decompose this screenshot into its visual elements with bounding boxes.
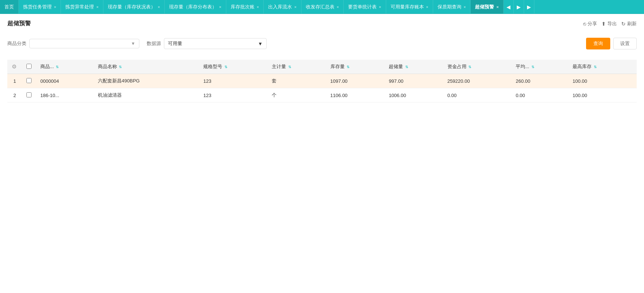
product-code-1: 0000004 <box>36 74 94 88</box>
overstock-1: 997.00 <box>384 74 443 88</box>
table-row: 2 186-10... 机油滤清器 123 个 1106.00 1006.00 … <box>7 88 637 103</box>
close-icon[interactable]: × <box>464 5 466 9</box>
sort-icon: ⇅ <box>288 65 291 69</box>
overstock-2: 1006.00 <box>384 88 443 103</box>
th-unit[interactable]: 主计量 ⇅ <box>267 60 326 74</box>
filter-area: 商品分类 ▼ 数据源 可用量 ▼ 查询 设置 <box>7 33 637 54</box>
sort-icon: ⇅ <box>56 65 59 69</box>
nav-prev-arrow[interactable]: ◀ <box>504 0 514 14</box>
nav-receipt-summary[interactable]: 收发存汇总表 × <box>301 0 344 14</box>
category-select[interactable]: ▼ <box>29 39 139 48</box>
datasource-value: 可用量 <box>168 40 182 47</box>
stock-1: 1097.00 <box>326 74 385 88</box>
close-icon[interactable]: × <box>96 5 98 9</box>
export-icon: ⬆ <box>601 21 606 27</box>
th-spec[interactable]: 规格型号 ⇅ <box>199 60 267 74</box>
data-table: ⚙ 商品... ⇅ 商品名称 ⇅ 规格型号 ⇅ 主计量 <box>7 60 637 103</box>
row-checkbox-1 <box>22 74 36 88</box>
close-icon[interactable]: × <box>294 5 296 9</box>
th-max-stock[interactable]: 最高库存 ⇅ <box>568 60 637 74</box>
sort-icon: ⇅ <box>224 65 227 69</box>
category-filter: 商品分类 ▼ <box>7 39 139 48</box>
close-icon[interactable]: × <box>379 5 381 9</box>
product-name-1: 六配套新昌490BPG <box>94 74 199 88</box>
page-content: 超储预警 ⎋ 分享 ⬆ 导出 ↻ 刷新 商品分类 ▼ 数据源 <box>0 14 644 293</box>
page-title: 超储预警 <box>7 20 31 27</box>
refresh-button[interactable]: ↻ 刷新 <box>621 21 637 27</box>
spec-2: 123 <box>199 88 267 103</box>
th-capital[interactable]: 资金占用 ⇅ <box>443 60 512 74</box>
nav-shelf-life[interactable]: 保质期查询 × <box>433 0 471 14</box>
category-label: 商品分类 <box>7 40 26 47</box>
close-icon[interactable]: × <box>219 5 221 9</box>
share-icon: ⎋ <box>583 21 586 27</box>
row-num-2: 2 <box>7 88 22 103</box>
nav-available-stock[interactable]: 可用量库存账本 × <box>386 0 433 14</box>
select-all-checkbox[interactable] <box>26 64 32 69</box>
close-icon[interactable]: × <box>337 5 339 9</box>
export-button[interactable]: ⬆ 导出 <box>601 21 617 27</box>
nav-in-out-flow[interactable]: 出入库流水 × <box>264 0 301 14</box>
table-body: 1 0000004 六配套新昌490BPG 123 套 1097.00 997.… <box>7 74 637 103</box>
avg-2: 0.00 <box>511 88 568 103</box>
row-select-checkbox[interactable] <box>26 78 32 83</box>
gear-icon[interactable]: ⚙ <box>12 63 17 70</box>
close-icon[interactable]: × <box>54 5 56 9</box>
th-product-name[interactable]: 商品名称 ⇅ <box>94 60 199 74</box>
sort-icon: ⇅ <box>119 65 122 69</box>
refresh-icon: ↻ <box>621 21 626 27</box>
row-select-checkbox[interactable] <box>26 92 32 97</box>
nav-pick-task[interactable]: 拣货任务管理 × <box>19 0 61 14</box>
share-button[interactable]: ⎋ 分享 <box>583 21 597 27</box>
capital-2: 0.00 <box>443 88 512 103</box>
query-button[interactable]: 查询 <box>586 38 610 49</box>
th-checkbox <box>22 60 36 74</box>
nav-more-arrow[interactable]: ▶ <box>524 0 534 14</box>
row-checkbox-2 <box>22 88 36 103</box>
sort-icon: ⇅ <box>468 65 471 69</box>
sort-icon: ⇅ <box>405 65 408 69</box>
unit-2: 个 <box>267 88 326 103</box>
datasource-label: 数据源 <box>147 40 161 47</box>
settings-button[interactable]: 设置 <box>613 38 637 49</box>
nav-pick-exception[interactable]: 拣货异常处理 × <box>61 0 103 14</box>
close-icon[interactable]: × <box>158 5 160 9</box>
sort-icon: ⇅ <box>531 65 534 69</box>
nav-stock-dist[interactable]: 现存量（库存分布表） × <box>165 0 226 14</box>
th-avg[interactable]: 平均... ⇅ <box>511 60 568 74</box>
nav-requisition-stats[interactable]: 要货单统计表 × <box>344 0 386 14</box>
chevron-down-icon: ▼ <box>258 41 263 47</box>
page-header: 超储预警 ⎋ 分享 ⬆ 导出 ↻ 刷新 <box>7 20 637 27</box>
max-stock-2: 100.00 <box>568 88 637 103</box>
header-row: ⚙ 商品... ⇅ 商品名称 ⇅ 规格型号 ⇅ 主计量 <box>7 60 637 74</box>
close-icon[interactable]: × <box>426 5 428 9</box>
top-navigation: 首页 拣货任务管理 × 拣货异常处理 × 现存量（库存状况表） × 现存量（库存… <box>0 0 644 14</box>
th-product-code[interactable]: 商品... ⇅ <box>36 60 94 74</box>
stock-2: 1106.00 <box>326 88 385 103</box>
row-num-1: 1 <box>7 74 22 88</box>
sort-icon: ⇅ <box>594 65 597 69</box>
th-overstock[interactable]: 超储量 ⇅ <box>384 60 443 74</box>
nav-next-arrow[interactable]: ▶ <box>514 0 524 14</box>
max-stock-1: 100.00 <box>568 74 637 88</box>
table-row: 1 0000004 六配套新昌490BPG 123 套 1097.00 997.… <box>7 74 637 88</box>
unit-1: 套 <box>267 74 326 88</box>
nav-overstock-warning[interactable]: 超储预警 × <box>471 0 503 14</box>
filter-buttons: 查询 设置 <box>586 38 637 49</box>
th-stock[interactable]: 库存量 ⇅ <box>326 60 385 74</box>
header-actions: ⎋ 分享 ⬆ 导出 ↻ 刷新 <box>583 21 637 27</box>
product-name-2: 机油滤清器 <box>94 88 199 103</box>
table-header: ⚙ 商品... ⇅ 商品名称 ⇅ 规格型号 ⇅ 主计量 <box>7 60 637 74</box>
close-icon[interactable]: × <box>496 5 498 9</box>
chevron-down-icon: ▼ <box>131 41 135 46</box>
avg-1: 260.00 <box>511 74 568 88</box>
product-code-2: 186-10... <box>36 88 94 103</box>
close-icon[interactable]: × <box>257 5 259 9</box>
th-gear: ⚙ <box>7 60 22 74</box>
nav-batch-account[interactable]: 库存批次账 × <box>226 0 264 14</box>
nav-stock-status[interactable]: 现存量（库存状况表） × <box>103 0 165 14</box>
datasource-select[interactable]: 可用量 ▼ <box>164 38 267 49</box>
spec-1: 123 <box>199 74 267 88</box>
nav-home[interactable]: 首页 <box>0 0 19 14</box>
sort-icon: ⇅ <box>347 65 350 69</box>
